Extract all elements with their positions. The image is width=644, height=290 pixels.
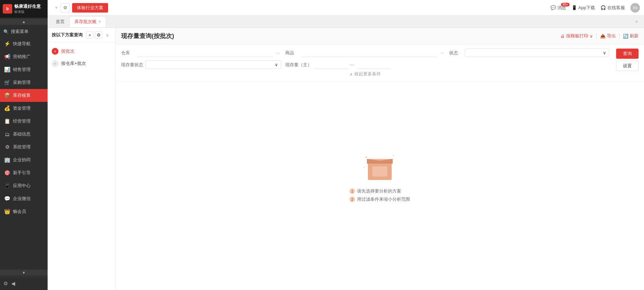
sidebar-item-marketing[interactable]: 📢 营销推广: [0, 50, 48, 63]
sidebar-item-label: 营销推广: [13, 54, 31, 60]
main-area: ▼ ⚙ 体验行业方案 💬 消息 99+ 📱 App下载 🎧 在线客服: [48, 0, 644, 290]
sidebar-scroll-top: ▲: [0, 18, 48, 26]
sidebar-item-purchase[interactable]: 🛒 采购管理: [0, 76, 48, 89]
sidebar-item-label: 库存核算: [13, 92, 31, 98]
scheme-item-by-batch[interactable]: ⚙ 按批次: [48, 45, 115, 57]
sidebar-item-label: 应用中心: [13, 183, 31, 189]
svg-point-11: [364, 167, 365, 168]
inventory-status-select[interactable]: ∨: [145, 60, 281, 69]
footer-collapse-icon[interactable]: ◀: [11, 280, 15, 287]
add-scheme-button[interactable]: +: [86, 31, 94, 39]
warehouse-more-icon[interactable]: ···: [275, 51, 281, 55]
filter-inventory-qty: 现存量（主） —: [285, 61, 445, 69]
goods-label: 商品: [285, 50, 299, 56]
export-button[interactable]: 📤 导出: [600, 33, 616, 39]
page-title: 现存量查询(按批次): [121, 32, 174, 40]
tab-close-icon[interactable]: ×: [99, 20, 101, 24]
online-service-item[interactable]: 🎧 在线客服: [600, 5, 625, 11]
warehouse-input[interactable]: [137, 49, 273, 57]
sidebar-item-finance[interactable]: 💰 资金管理: [0, 102, 48, 115]
empty-hints: 1 请先选择要分析的方案 2 用过滤条件来缩小分析范围: [350, 188, 410, 202]
topbar-settings-button[interactable]: ⚙: [61, 3, 70, 13]
query-button[interactable]: 查询: [616, 49, 639, 59]
scroll-up-button[interactable]: ▲: [0, 19, 48, 25]
export-label: 导出: [607, 33, 616, 39]
close-all-tabs-button[interactable]: ×: [632, 18, 641, 25]
app-download-item[interactable]: 📱 App下载: [572, 5, 595, 11]
sidebar-item-wechat[interactable]: 💬 企业微信: [0, 192, 48, 205]
filter-row-1: 仓库 ··· 商品 ··· 状态: [121, 49, 609, 57]
hint-text-2: 用过滤条件来缩小分析范围: [357, 196, 410, 202]
refresh-icon: 🔄: [623, 34, 628, 39]
right-content: 现存量查询(按批次) 🖨 按模板打印 ∨ 📤 导出 🔄: [116, 28, 644, 290]
inventory-qty-from-input[interactable]: [314, 61, 348, 69]
user-avatar-item[interactable]: Rit: [630, 3, 640, 13]
message-item[interactable]: 💬 消息 99+: [550, 5, 566, 11]
status-label: 状态: [449, 50, 463, 56]
svg-point-9: [365, 156, 367, 158]
avatar-text: Rit: [633, 6, 637, 10]
sidebar-item-newbie[interactable]: 🎯 新手引导: [0, 166, 48, 179]
left-panel-actions: + ⚙ «: [86, 31, 111, 39]
page-title-bar: 现存量查询(按批次) 🖨 按模板打印 ∨ 📤 导出 🔄: [116, 28, 644, 44]
refresh-label: 刷新: [630, 33, 639, 39]
refresh-button[interactable]: 🔄 刷新: [623, 33, 639, 39]
settings-icon: ⚙: [97, 33, 101, 38]
filter-settings-button[interactable]: 设置: [616, 61, 639, 71]
basic-icon: 🗂: [4, 131, 10, 137]
status-select[interactable]: ∨: [465, 49, 609, 57]
message-badge: 99+: [561, 3, 570, 6]
sidebar-footer: ⚙ ◀: [0, 277, 48, 290]
sidebar-item-system[interactable]: ⚙ 系统管理: [0, 141, 48, 153]
tab-inventory-batch[interactable]: 库存批次账 ×: [69, 16, 106, 27]
scheme-settings-button[interactable]: ⚙: [95, 31, 102, 39]
sidebar-title-block: 畅康通好生意 标准版: [14, 3, 41, 14]
svg-rect-8: [372, 166, 387, 177]
tab-home[interactable]: 首页: [51, 17, 69, 27]
sidebar-item-label: 资金管理: [13, 105, 31, 111]
member-icon: 👑: [4, 209, 10, 215]
online-service-label: 在线客服: [607, 5, 625, 11]
scheme-icon-by-warehouse-batch: ⚙: [52, 60, 58, 67]
collapse-more-button[interactable]: ∧ 收起更多条件: [121, 69, 609, 77]
inventory-status-label: 现存量状态: [121, 62, 143, 68]
filter-inventory-status: 现存量状态 ∨: [121, 60, 281, 69]
left-panel-collapse-button[interactable]: «: [104, 31, 111, 39]
scheme-icon-by-batch: ⚙: [52, 48, 58, 55]
left-panel: 按以下方案查询 + ⚙ « ⚙ 按批次: [48, 28, 116, 290]
status-chevron-icon: ∨: [603, 50, 606, 55]
tab-inventory-batch-label: 库存批次账: [74, 19, 97, 25]
collapse-up-icon: ∧: [350, 72, 353, 77]
print-label: 按模板打印: [566, 33, 588, 39]
inventory-icon: 📦: [4, 92, 10, 98]
svg-point-10: [393, 155, 394, 156]
sidebar-search[interactable]: 🔍 搜索菜单: [0, 26, 48, 37]
topbar-left: ▼ ⚙ 体验行业方案: [52, 3, 548, 13]
warehouse-label: 仓库: [121, 50, 135, 56]
divider2: [619, 33, 620, 39]
sidebar-item-operation[interactable]: 📋 经营管理: [0, 115, 48, 128]
sidebar-item-inventory[interactable]: 📦 库存核算: [0, 89, 48, 102]
search-icon: 🔍: [3, 29, 9, 34]
print-button[interactable]: 🖨 按模板打印 ∨: [560, 33, 593, 39]
headset-icon: 🎧: [600, 5, 606, 10]
sidebar-item-basic[interactable]: 🗂 基础信息: [0, 128, 48, 141]
sidebar-item-quick-nav[interactable]: ⚡ 快捷导航: [0, 37, 48, 50]
scheme-item-by-warehouse-batch[interactable]: ⚙ 按仓库+批次: [48, 57, 115, 70]
divider1: [596, 33, 597, 39]
page-title-actions: 🖨 按模板打印 ∨ 📤 导出 🔄 刷新: [560, 33, 639, 39]
scheme-label-by-batch: 按批次: [61, 48, 74, 54]
sidebar-subtitle: 标准版: [14, 10, 41, 14]
sidebar-item-sales[interactable]: 📊 销售管理: [0, 63, 48, 76]
hint-text-1: 请先选择要分析的方案: [357, 188, 401, 194]
goods-input[interactable]: [301, 49, 437, 57]
try-industry-button[interactable]: 体验行业方案: [72, 3, 108, 13]
tab-home-label: 首页: [56, 19, 65, 25]
footer-settings-icon[interactable]: ⚙: [3, 280, 8, 287]
sidebar-item-enterprise[interactable]: 🏢 企业协同: [0, 153, 48, 166]
sidebar-item-member[interactable]: 👑 畅会员: [0, 205, 48, 218]
sidebar-item-app-center[interactable]: 📱 应用中心: [0, 179, 48, 192]
goods-more-icon[interactable]: ···: [439, 51, 445, 55]
inventory-qty-to-input[interactable]: [356, 61, 390, 69]
scroll-down-button[interactable]: ▼: [0, 270, 48, 276]
